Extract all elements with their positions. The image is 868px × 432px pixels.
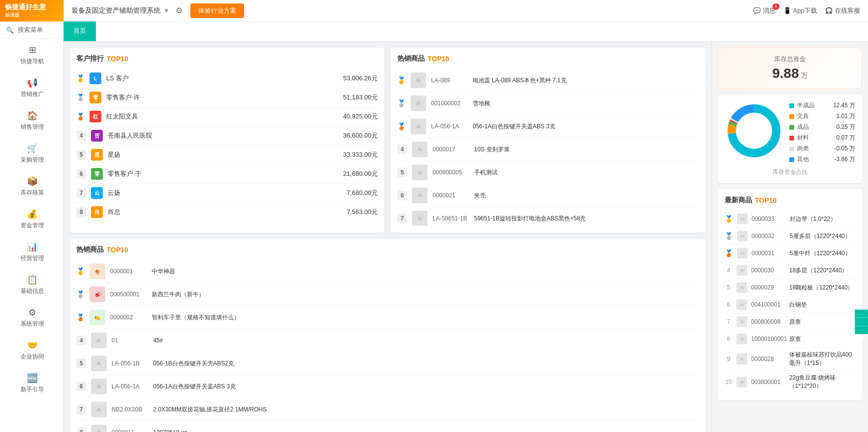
- np-img: Ai: [736, 316, 747, 327]
- sidebar-item-quick-nav[interactable]: ⊞ 快捷导航: [0, 39, 63, 72]
- layout: 🔍 搜索菜单 ⊞ 快捷导航 📢 营销推广 🏠 销售管理 🛒 采购管理 📦 库存核…: [0, 22, 868, 432]
- rank-item: 6 零 零售客户·于 21,680.00元: [76, 165, 378, 184]
- avatar: 苦: [91, 130, 103, 142]
- product-code: LA-056-1B: [112, 360, 148, 367]
- legend-name: 文具: [797, 112, 833, 120]
- sidebar-item-system[interactable]: ⚙ 系统管理: [0, 301, 63, 334]
- product-code: 0000011: [112, 429, 148, 432]
- hot-top10-bottom-label: TOP10: [107, 246, 128, 254]
- rank-name: 零售客户·于: [108, 169, 338, 178]
- sidebar-item-basic[interactable]: 📋 基础信息: [0, 268, 63, 301]
- rank-number: 6: [76, 169, 86, 179]
- rank-number: 4: [76, 131, 86, 141]
- np-name: 5厘多层（1220*2440）: [790, 232, 855, 240]
- float-btn-service[interactable]: 客服热线: [855, 310, 868, 318]
- medal-icon: 🥉: [76, 313, 85, 321]
- sidebar-item-purchase[interactable]: 🛒 采购管理: [0, 137, 63, 170]
- np-img: Ai: [736, 299, 747, 310]
- main-tabs: 首页: [64, 22, 868, 42]
- rank-number: 6: [397, 191, 407, 200]
- rank-item: 7 云 云扬 7,680.00元: [76, 184, 378, 203]
- tab-home[interactable]: 首页: [64, 22, 96, 41]
- medal-icon: 🥇: [76, 74, 85, 82]
- sales-icon: 🏠: [27, 110, 38, 121]
- purchase-icon: 🛒: [27, 143, 38, 154]
- product-img: Ai: [412, 211, 428, 226]
- product-code: 000500001: [110, 291, 147, 298]
- sidebar-item-label: 采购管理: [21, 156, 44, 164]
- cooperation-icon: 🤝: [27, 340, 38, 351]
- chart-footer: 库存资金占比: [725, 168, 855, 176]
- rank-number: 7: [397, 214, 407, 223]
- sidebar-item-guide[interactable]: 🆕 新手引导: [0, 367, 63, 400]
- message-badge: 6: [773, 3, 779, 10]
- sidebar-item-label: 基础信息: [21, 287, 44, 295]
- sidebar-item-label: 营销推广: [21, 90, 44, 98]
- rank-number: 4: [397, 144, 407, 154]
- trial-button[interactable]: 体验行业方案: [190, 3, 244, 18]
- hot-top10-label: TOP10: [428, 55, 449, 63]
- medal-icon: 🥈: [76, 94, 85, 101]
- sidebar-item-cooperation[interactable]: 🤝 企业协同: [0, 334, 63, 367]
- product-item: 🥉 Ai LA-056-1A 056-1A白色按键开关盖ABS 3克: [397, 115, 699, 138]
- float-buttons: 客服热线 服务社区 直播: [855, 310, 868, 334]
- search-menu[interactable]: 🔍 搜索菜单: [0, 22, 63, 39]
- legend-val: 0.07 万: [836, 134, 855, 142]
- message-btn[interactable]: 💬 消息 6: [753, 6, 776, 15]
- np-name: 原查: [789, 318, 855, 326]
- customer-ranking-list: 🥇 L LS 客户 53,006.26元 🥈 零 零售客户·许 51,183.0…: [76, 69, 378, 221]
- app-download-btn[interactable]: 📱 App下载: [783, 6, 817, 15]
- product-code: 01: [112, 337, 148, 344]
- online-service-btn[interactable]: 🎧 在线客服: [825, 6, 860, 15]
- svg-point-6: [740, 117, 768, 144]
- operation-icon: 📊: [27, 241, 38, 252]
- product-item: 7 Ai NB2.0X30B 2.0X30MM双搓花轴,搓花直径2.1MM/RO…: [76, 398, 699, 421]
- product-name: 59651-1B旋转投影灯电池盒ABS黑色+58壳: [474, 215, 699, 223]
- sidebar-item-operation[interactable]: 📊 经营管理: [0, 236, 63, 268]
- np-num: 8: [725, 336, 732, 342]
- legend-name: 材料: [797, 134, 833, 142]
- sidebar-item-inventory[interactable]: 📦 库存核算: [0, 170, 63, 203]
- np-name: 白钢垫: [789, 301, 855, 309]
- legend-val: 1.01 万: [836, 112, 855, 120]
- dropdown-icon[interactable]: ▼: [163, 7, 170, 14]
- rank-number: 6: [76, 382, 86, 391]
- chart-legend: 半成品 12.45 万 文具 1.01 万 成品 0: [789, 101, 855, 166]
- hot-products-bottom-card: 热销商品 TOP10 🥇 🍖 0000001 中华神器 🥈 🥩 00050000…: [69, 239, 706, 432]
- float-btn-community[interactable]: 服务社区: [855, 318, 868, 326]
- product-item: 🥉 🍋 0000002 智利车子里（规格不知道填什么）: [76, 306, 699, 329]
- product-img: Ai: [411, 72, 426, 88]
- avatar: 星: [91, 149, 103, 161]
- np-name: 体被嘉枝味苏打饮品400毫升（1*15）: [789, 351, 855, 367]
- rank-number: 7: [76, 405, 86, 414]
- settings-icon[interactable]: ⚙: [176, 6, 183, 15]
- sidebar-item-sales[interactable]: 🏠 销售管理: [0, 104, 63, 137]
- rank-name: 云扬: [108, 189, 342, 197]
- rank-amount: 33,333.00元: [343, 150, 378, 159]
- legend-item: 文具 1.01 万: [789, 112, 855, 120]
- sidebar-item-marketing[interactable]: 📢 营销推广: [0, 72, 63, 104]
- sidebar-item-finance[interactable]: 💰 资金管理: [0, 203, 63, 236]
- logo-name: 畅捷通好生意: [5, 3, 46, 12]
- avatar: 红: [90, 111, 101, 122]
- product-item: 7 Ai LA-59651-1B 59651-1B旋转投影灯电池盒ABS黑色+5…: [397, 207, 699, 226]
- np-code: 0000030: [751, 267, 785, 274]
- float-btn-live[interactable]: 直播: [855, 326, 868, 334]
- rank-number: 8: [76, 207, 86, 217]
- logo: 畅捷通好生意 标准版: [0, 0, 64, 22]
- np-img: Ai: [736, 334, 747, 344]
- legend-val: 12.45 万: [833, 101, 855, 110]
- avatar: 云: [91, 187, 103, 199]
- rank-number: 5: [397, 168, 407, 177]
- system-icon: ⚙: [28, 307, 36, 318]
- product-img: Ai: [412, 165, 428, 180]
- new-product-item: 10 Ai 003800001 22g鱼豆腐·烧烤味（1*12*20）: [725, 371, 855, 393]
- product-name: 智利车子里（规格不知道填什么）: [152, 313, 699, 322]
- avatar: L: [90, 72, 101, 84]
- legend-name: 半成品: [797, 101, 830, 110]
- main-content: 首页 客户排行 TOP10 🥇: [64, 22, 868, 432]
- legend-name: 肉类: [797, 144, 831, 153]
- system-title[interactable]: 装备及固定资产辅助管理系统: [71, 6, 160, 15]
- product-item: 🥇 Ai LA-089 电池盖 LA-089 ABS本色+黑种 7.1克: [397, 69, 699, 92]
- rank-item: 🥉 红 红太阳文具 40,925.00元: [76, 107, 378, 126]
